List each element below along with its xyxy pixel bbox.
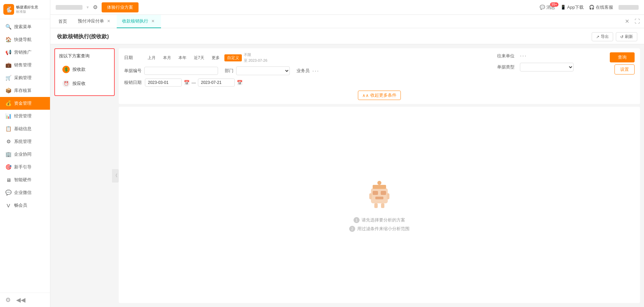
tab-home[interactable]: 首页 (53, 15, 72, 28)
page-header-actions: ↗ 导出 ↺ 刷新 (592, 32, 637, 41)
date-until-label: 至 2023-07-26 (244, 58, 267, 63)
sidebar-item-label: 畅会员 (14, 202, 27, 208)
order-type-group: 单据类型 (497, 63, 604, 71)
solution-button[interactable]: 体验行业方案 (102, 2, 139, 12)
sidebar-item-base-info[interactable]: 📋 基础信息 (0, 122, 50, 135)
order-no-input[interactable] (144, 67, 218, 75)
sidebar-item-label: 快捷导航 (14, 37, 32, 43)
online-service[interactable]: 🎧 在线客服 (589, 4, 613, 10)
dept-select[interactable] (236, 66, 290, 75)
cal-end-icon[interactable]: 📅 (237, 80, 243, 85)
empty-illustration (363, 178, 396, 212)
counterparty-group: 往来单位 ··· (497, 52, 604, 59)
main-area: ▾ ⚙ 体验行业方案 💬 消息 99+ 📱 App下载 🎧 在线客服 首页 (50, 0, 644, 307)
this-year-btn[interactable]: 本年 (176, 54, 189, 61)
verify-date-start-input[interactable] (145, 79, 182, 87)
tabbar-actions: ✕ ⛶ (624, 17, 641, 26)
sidebar-item-business[interactable]: 📊 经营管理 (0, 110, 50, 122)
sidebar-item-inventory[interactable]: 📦 库存核算 (0, 84, 50, 97)
sidebar-item-hardware[interactable]: 🖥 智能硬件 (0, 173, 50, 186)
last-7days-btn[interactable]: 近7天 (191, 54, 207, 61)
not-limited-label: 不限 (244, 52, 267, 57)
sidebar-item-finance[interactable]: 💰 资金管理 (0, 97, 50, 110)
sidebar-item-marketing[interactable]: 📢 营销推广 (0, 46, 50, 59)
query-panel-title: 按以下方案查询 (59, 53, 110, 59)
svg-rect-3 (375, 197, 383, 199)
query-by-receipt[interactable]: 💲 按收款 (59, 63, 110, 76)
search-icon: 🔍 (5, 24, 11, 30)
tip-num-2: 2 (349, 226, 355, 232)
dept-label: 部门 (225, 68, 233, 74)
date-separator: — (192, 80, 196, 85)
right-content: 日期 上月 本月 本年 近7天 更多 自定义 (115, 44, 644, 307)
receipt-icon: 💲 (62, 66, 70, 73)
settings-icon[interactable]: ⚙ (5, 296, 11, 304)
sidebar-item-sales[interactable]: 💼 销售管理 (0, 59, 50, 71)
sidebar-item-label: 营销推广 (14, 49, 32, 55)
member-icon: V (5, 202, 11, 208)
sidebar-item-enterprise[interactable]: 🏢 企业协同 (0, 148, 50, 161)
app-download[interactable]: 📱 App下载 (560, 4, 584, 10)
verify-date-end-input[interactable] (198, 79, 235, 87)
sidebar-item-label: 智能硬件 (14, 177, 32, 183)
settings-button[interactable]: 设置 (614, 64, 635, 74)
sidebar-item-wechat[interactable]: 💬 企业微信 (0, 186, 50, 199)
query-button[interactable]: 查询 (610, 52, 635, 62)
sidebar-item-quick-nav[interactable]: 🏠 快捷导航 (0, 33, 50, 46)
date-label: 日期 (124, 55, 143, 61)
query-by-receivable[interactable]: ⏰ 按应收 (59, 77, 110, 90)
more-conditions-toggle[interactable]: ∧∧ 收起更多条件 (358, 91, 401, 100)
tab-close-receipt[interactable]: ✕ (150, 18, 156, 24)
sidebar-item-label: 搜索菜单 (14, 24, 32, 30)
sidebar-item-label: 库存核算 (14, 88, 32, 94)
sidebar-item-beginner[interactable]: 🎯 新手引导 (0, 161, 50, 173)
logo-text: 畅捷通好生意 (16, 5, 38, 9)
topbar-gear-icon[interactable]: ⚙ (93, 4, 98, 10)
refresh-icon: ↺ (620, 35, 624, 39)
sidebar-item-system[interactable]: ⚙ 系统管理 (0, 135, 50, 148)
sidebar-item-label: 经营管理 (14, 113, 32, 119)
sidebar-item-purchase[interactable]: 🛒 采购管理 (0, 71, 50, 84)
cal-start-icon[interactable]: 📅 (184, 80, 190, 85)
export-button[interactable]: ↗ 导出 (592, 32, 613, 41)
collapse-icon[interactable]: ◀◀ (16, 296, 25, 304)
order-no-label: 单据编号 (124, 68, 142, 74)
sidebar-item-label: 企业微信 (14, 190, 32, 196)
custom-date-badge[interactable]: 自定义 (224, 54, 242, 61)
panel-collapse-button[interactable]: 《 (112, 169, 119, 183)
svg-rect-7 (381, 203, 384, 208)
query-panel: 按以下方案查询 💲 按收款 ⏰ 按应收 (54, 48, 115, 96)
order-type-select[interactable] (520, 63, 574, 71)
sidebar-item-search[interactable]: 🔍 搜索菜单 (0, 20, 50, 33)
main-content-area: 按以下方案查询 💲 按收款 ⏰ 按应收 《 (50, 44, 644, 307)
tab-receipt-verify[interactable]: 收款核销执行 ✕ (117, 15, 161, 28)
this-month-btn[interactable]: 本月 (160, 54, 174, 61)
tab-prepay[interactable]: 预付冲应付单 ✕ (72, 15, 117, 28)
service-icon: 🎧 (589, 5, 594, 10)
chevron-up-icon: ∧∧ (362, 93, 369, 98)
sidebar-item-label: 系统管理 (14, 139, 32, 145)
staff-picker-btn[interactable]: ··· (312, 67, 319, 74)
wechat-icon: 💬 (5, 190, 11, 196)
receivable-icon: ⏰ (62, 80, 70, 87)
base-info-icon: 📋 (5, 126, 11, 132)
filter-actions: 查询 设置 (610, 52, 635, 74)
marketing-icon: 📢 (5, 49, 11, 55)
more-date-btn[interactable]: 更多 (209, 54, 222, 61)
refresh-button[interactable]: ↺ 刷新 (616, 32, 637, 41)
content-area: 收款核销执行(按收款) ↗ 导出 ↺ 刷新 按以下方案查询 (50, 28, 644, 307)
filter-panel: 日期 上月 本月 本年 近7天 更多 自定义 (119, 48, 640, 104)
last-month-btn[interactable]: 上月 (145, 54, 158, 61)
tab-expand-icon[interactable]: ⛶ (633, 17, 641, 26)
tabbar: 首页 预付冲应付单 ✕ 收款核销执行 ✕ ✕ ⛶ (50, 15, 644, 28)
sidebar-bottom: ⚙ ◀◀ (0, 293, 50, 307)
counterparty-picker-btn[interactable]: ··· (520, 52, 527, 59)
counterparty-label: 往来单位 (497, 53, 515, 59)
export-icon: ↗ (596, 35, 599, 39)
message-badge[interactable]: 💬 消息 99+ (540, 4, 555, 10)
tab-close-prepay[interactable]: ✕ (106, 18, 111, 24)
sidebar-item-label: 企业协同 (14, 151, 32, 157)
sidebar-item-member[interactable]: V 畅会员 (0, 199, 50, 212)
svg-rect-1 (373, 191, 378, 195)
tab-close-all-icon[interactable]: ✕ (624, 17, 631, 26)
